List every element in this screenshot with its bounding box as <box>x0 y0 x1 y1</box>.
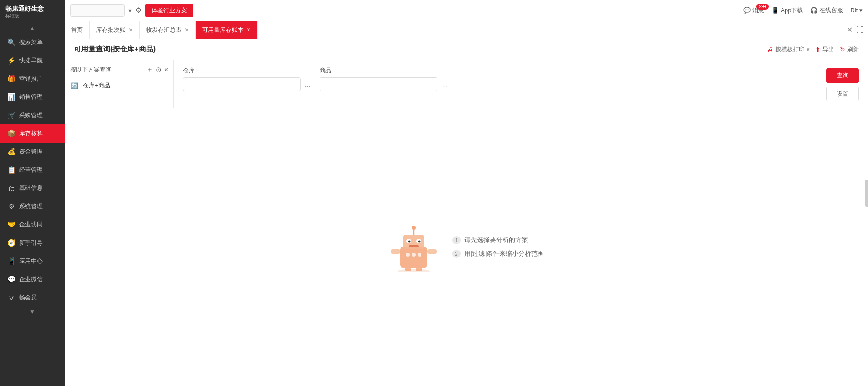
sidebar-item-corp[interactable]: 🤝 企业协同 <box>0 216 65 234</box>
sidebar-item-quicknav[interactable]: ⚡ 快捷导航 <box>0 51 65 70</box>
maximize-window-icon[interactable]: ⛶ <box>856 26 863 34</box>
product-more-icon[interactable]: … <box>441 81 447 88</box>
page-header: 可用量查询(按仓库+商品) 🖨 按模板打印 ▾ ⬆ 导出 ↻ 刷新 <box>65 39 868 60</box>
online-service-button[interactable]: 🎧 在线客服 <box>810 6 843 15</box>
topbar-chevron-icon[interactable]: ▾ <box>128 7 132 14</box>
product-filter-input-row: … <box>320 77 447 91</box>
sidebar-item-vip[interactable]: V 畅会员 <box>0 288 65 307</box>
sidebar-item-search[interactable]: 🔍 搜索菜单 <box>0 33 65 51</box>
basic-icon: 🗂 <box>7 184 15 192</box>
warehouse-more-icon[interactable]: … <box>305 81 310 88</box>
tab-close-batch[interactable]: ✕ <box>128 27 133 33</box>
svg-point-8 <box>412 226 416 230</box>
settings-button[interactable]: 设置 <box>826 87 859 101</box>
scheme-item-warehouse-product[interactable]: 🔄 仓库+商品 <box>65 77 173 94</box>
print-button[interactable]: 🖨 按模板打印 ▾ <box>767 46 810 54</box>
sidebar-item-operation[interactable]: 📋 经营管理 <box>0 161 65 179</box>
sidebar-item-newbie[interactable]: 🧭 新手引导 <box>0 234 65 252</box>
export-label: 导出 <box>822 46 834 54</box>
sidebar-item-appstore[interactable]: 📱 应用中心 <box>0 252 65 270</box>
message-icon: 💬 <box>743 7 751 14</box>
query-button[interactable]: 查询 <box>826 68 859 83</box>
page-title: 可用量查询(按仓库+商品) <box>74 45 156 54</box>
user-name: Rit <box>850 7 858 14</box>
product-filter-group: 商品 … <box>320 67 447 91</box>
system-icon: ⚙ <box>7 202 15 211</box>
sidebar-item-inventory[interactable]: 📦 库存核算 <box>0 124 65 143</box>
service-icon: 🎧 <box>810 7 817 14</box>
tab-close-available[interactable]: ✕ <box>246 27 251 33</box>
app-icon: 📱 <box>772 7 779 14</box>
empty-state: 1 请先选择要分析的方案 2 用[过滤]条件来缩小分析范围 <box>65 108 868 386</box>
search-icon: 🔍 <box>7 38 15 46</box>
close-window-icon[interactable]: ✕ <box>847 26 853 34</box>
svg-point-13 <box>418 253 421 257</box>
sidebar-item-label-search: 搜索菜单 <box>19 38 43 46</box>
tab-summary[interactable]: 收发存汇总表✕ <box>140 21 196 39</box>
query-btn-area: 查询 设置 <box>826 67 859 101</box>
tab-available[interactable]: 可用量库存账本✕ <box>196 21 258 39</box>
sidebar-item-label-purchase: 采购管理 <box>19 111 43 119</box>
topbar-search-input[interactable] <box>70 4 125 17</box>
topbar-gear-icon[interactable]: ⚙ <box>135 6 142 15</box>
message-badge: 99+ <box>756 4 769 10</box>
scheme-panel-title: 按以下方案查询 <box>70 66 112 74</box>
refresh-button[interactable]: ↻ 刷新 <box>840 46 859 54</box>
settings-scheme-icon[interactable]: ⊙ <box>156 66 162 74</box>
vip-icon: V <box>7 293 15 302</box>
sidebar-item-label-inventory: 库存核算 <box>19 129 43 138</box>
add-scheme-icon[interactable]: ＋ <box>147 66 153 74</box>
newbie-icon: 🧭 <box>7 239 15 247</box>
sidebar-item-wechat[interactable]: 💬 企业微信 <box>0 270 65 288</box>
sidebar-item-marketing[interactable]: 🎁 营销推广 <box>0 70 65 88</box>
sidebar-item-finance[interactable]: 💰 资金管理 <box>0 143 65 161</box>
warehouse-filter-input[interactable] <box>183 77 301 91</box>
tab-label-home: 首页 <box>71 26 83 34</box>
sidebar-scroll-up[interactable]: ▲ <box>0 23 65 33</box>
sidebar-scroll-down[interactable]: ▼ <box>0 307 65 317</box>
quicknav-icon: ⚡ <box>7 57 15 65</box>
tab-close-summary[interactable]: ✕ <box>184 27 189 33</box>
scheme-label-warehouse-product: 仓库+商品 <box>83 82 110 90</box>
right-scroll-hint <box>865 180 868 207</box>
empty-hint-2: 2 用[过滤]条件来缩小分析范围 <box>452 250 544 258</box>
app-download-button[interactable]: 📱 App下载 <box>772 6 803 15</box>
collapse-panel-icon[interactable]: « <box>164 66 168 74</box>
query-area: 按以下方案查询 ＋ ⊙ « 🔄 仓库+商品 仓库 … <box>65 60 868 108</box>
sidebar-item-purchase[interactable]: 🛒 采购管理 <box>0 106 65 124</box>
window-controls: ✕ ⛶ <box>842 26 868 34</box>
marketing-icon: 🎁 <box>7 75 15 83</box>
export-button[interactable]: ⬆ 导出 <box>815 46 834 54</box>
user-menu[interactable]: Rit ▾ <box>850 7 863 14</box>
scheme-actions: ＋ ⊙ « <box>147 66 168 74</box>
sidebar-item-basic[interactable]: 🗂 基础信息 <box>0 179 65 197</box>
sidebar-item-system[interactable]: ⚙ 系统管理 <box>0 197 65 216</box>
page-actions: 🖨 按模板打印 ▾ ⬆ 导出 ↻ 刷新 <box>767 46 859 54</box>
wechat-icon: 💬 <box>7 275 15 283</box>
topbar: ▾ ⚙ 体验行业方案 💬 消息 99+ 📱 App下载 🎧 在线客服 Rit ▾ <box>65 0 868 21</box>
sidebar-item-label-operation: 经营管理 <box>19 166 43 174</box>
trial-button[interactable]: 体验行业方案 <box>145 4 193 17</box>
tab-batch[interactable]: 库存批次账✕ <box>90 21 140 39</box>
message-button[interactable]: 💬 消息 99+ <box>743 6 764 15</box>
warehouse-filter-label: 仓库 <box>183 67 310 75</box>
app-label: App下载 <box>781 6 803 15</box>
hint-number-1: 1 <box>452 236 461 244</box>
svg-rect-0 <box>400 247 427 268</box>
sidebar-item-sales[interactable]: 📊 销售管理 <box>0 88 65 106</box>
svg-point-5 <box>418 241 420 243</box>
svg-point-12 <box>412 253 416 257</box>
sidebar-item-label-basic: 基础信息 <box>19 184 43 192</box>
svg-point-4 <box>408 241 410 243</box>
sidebar-nav: ▲ 🔍 搜索菜单 ⚡ 快捷导航 🎁 营销推广 📊 销售管理 🛒 采购管理 📦 库… <box>0 23 65 386</box>
user-chevron-icon: ▾ <box>859 7 863 14</box>
tabs-bar: 首页库存批次账✕收发存汇总表✕可用量库存账本✕ ✕ ⛶ <box>65 21 868 39</box>
scheme-panel: 按以下方案查询 ＋ ⊙ « 🔄 仓库+商品 <box>65 60 174 108</box>
sidebar-item-label-vip: 畅会员 <box>19 293 37 302</box>
product-filter-input[interactable] <box>320 77 437 91</box>
sidebar-item-label-newbie: 新手引导 <box>19 239 43 247</box>
inventory-icon: 📦 <box>7 129 15 138</box>
sidebar: 畅康通好生意 标准版 ▲ 🔍 搜索菜单 ⚡ 快捷导航 🎁 营销推广 📊 销售管理… <box>0 0 65 386</box>
operation-icon: 📋 <box>7 166 15 174</box>
tab-home[interactable]: 首页 <box>65 21 90 39</box>
